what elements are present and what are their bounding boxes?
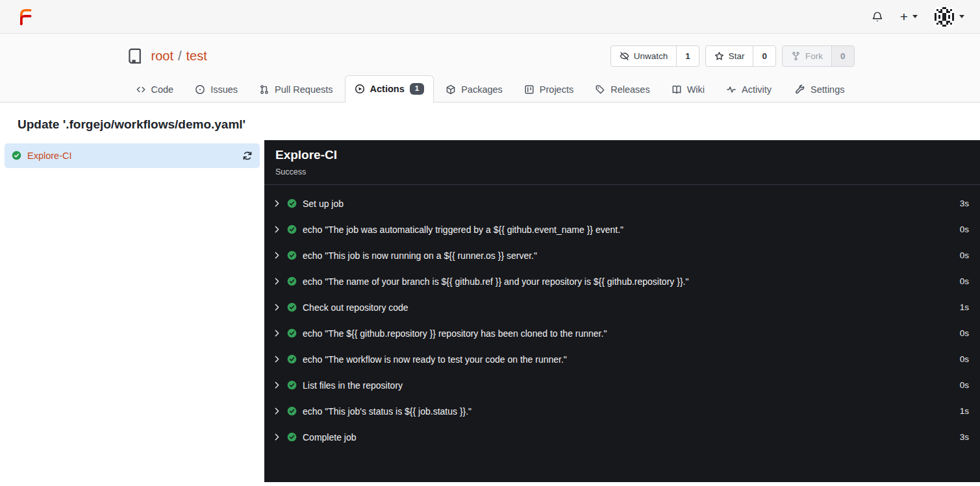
job-log-panel: Explore-CI Success: [264, 140, 980, 482]
step-name: echo "The ${{ github.repository }} repos…: [303, 328, 607, 339]
step-check-circle-icon: [287, 406, 297, 416]
tag-icon: [595, 84, 605, 95]
step-check-circle-icon: [287, 250, 297, 260]
job-steps-list: Set up job 3s echo "The job was au: [264, 185, 980, 456]
tab-label: Projects: [540, 84, 573, 95]
repo-tab-activity[interactable]: Activity: [716, 77, 781, 102]
navbar-link-issues[interactable]: [55, 12, 73, 22]
tab-label: Settings: [810, 84, 844, 95]
job-step-row[interactable]: echo "The ${{ github.repository }} repos…: [273, 321, 969, 346]
navbar-link-milestones[interactable]: [109, 12, 127, 22]
package-icon: [446, 84, 456, 95]
tab-label: Actions: [370, 84, 405, 94]
step-name: Check out repository code: [303, 302, 408, 313]
button-label: Fork: [805, 51, 823, 61]
job-log-header: Explore-CI Success: [264, 140, 980, 185]
button-count[interactable]: 0: [831, 46, 854, 66]
star-icon: [714, 51, 724, 61]
chevron-right-icon: [273, 433, 281, 441]
repo-action-button-star[interactable]: Star 0: [705, 45, 776, 67]
repo-action-button-fork[interactable]: Fork 0: [782, 45, 855, 67]
repo-tab-settings[interactable]: Settings: [785, 77, 854, 102]
code-icon: [136, 84, 146, 95]
job-name: Explore-CI: [27, 151, 72, 161]
repo-header: root / test Unwatch 1: [0, 34, 980, 103]
navbar-link-pull-requests[interactable]: [82, 12, 100, 22]
repo-tab-pull-requests[interactable]: Pull Requests: [249, 77, 342, 102]
job-step-row[interactable]: List files in the repository 0s: [273, 372, 969, 398]
job-step-row[interactable]: echo "The name of your branch is ${{ git…: [273, 269, 969, 295]
repo-tab-actions[interactable]: Actions 1: [345, 75, 434, 103]
job-step-row[interactable]: Complete job 3s: [273, 424, 969, 450]
workflow-run-title: Update '.forgejo/workflows/demo.yaml': [0, 103, 980, 140]
step-name: Complete job: [303, 432, 357, 443]
button-label: Unwatch: [634, 51, 668, 61]
tab-label: Pull Requests: [275, 84, 333, 95]
step-check-circle-icon: [287, 302, 297, 312]
breadcrumb-separator: /: [178, 49, 182, 64]
repo-owner-link[interactable]: root: [151, 49, 173, 64]
job-step-row[interactable]: echo "The workflow is now ready to test …: [273, 346, 969, 372]
chevron-right-icon: [273, 329, 281, 337]
step-check-circle-icon: [287, 276, 297, 286]
button-count[interactable]: 0: [753, 46, 775, 66]
actions-run-view: Explore-CI Explore-CI Success: [0, 140, 980, 482]
job-step-row[interactable]: echo "This job is now running on a ${{ r…: [273, 243, 969, 269]
repo-action-button-unwatch[interactable]: Unwatch 1: [610, 45, 699, 67]
step-name: Set up job: [303, 199, 344, 209]
step-name: echo "The job was automatically triggere…: [303, 225, 623, 235]
step-duration: 1s: [960, 406, 969, 416]
job-step-row[interactable]: Check out repository code 1s: [273, 295, 969, 321]
step-duration: 0s: [960, 250, 969, 260]
chevron-right-icon: [273, 199, 281, 208]
repo-action-buttons: Unwatch 1 Star 0 For: [610, 45, 855, 67]
tab-label: Wiki: [687, 84, 705, 95]
repo-name-link[interactable]: test: [186, 49, 207, 64]
step-duration: 3s: [960, 432, 969, 442]
forgejo-logo-icon[interactable]: [16, 7, 35, 27]
issue-icon: [195, 84, 205, 95]
create-new-menu[interactable]: +: [900, 10, 918, 23]
job-list-item[interactable]: Explore-CI: [5, 143, 260, 168]
tab-label: Activity: [742, 84, 772, 95]
step-duration: 0s: [960, 225, 969, 234]
step-name: List files in the repository: [303, 380, 403, 391]
step-check-circle-icon: [287, 199, 297, 208]
job-status-text: Success: [275, 167, 969, 176]
chevron-right-icon: [273, 407, 281, 415]
chevron-right-icon: [273, 381, 281, 389]
job-step-row[interactable]: echo "This job's status is ${{ job.statu…: [273, 398, 969, 424]
step-duration: 0s: [960, 380, 969, 390]
check-circle-icon: [12, 151, 21, 160]
step-name: echo "The workflow is now ready to test …: [303, 354, 567, 365]
chevron-down-icon: [912, 15, 918, 18]
step-check-circle-icon: [287, 354, 297, 364]
notifications-bell-icon[interactable]: [872, 11, 883, 23]
eye-slash-icon: [620, 51, 629, 61]
jobs-sidebar: Explore-CI: [0, 140, 264, 482]
step-check-circle-icon: [287, 432, 297, 442]
step-check-circle-icon: [287, 380, 297, 390]
repo-tab-projects[interactable]: Projects: [514, 77, 583, 102]
chevron-right-icon: [273, 355, 281, 363]
pulse-icon: [726, 84, 736, 95]
repo-tab-releases[interactable]: Releases: [585, 77, 659, 102]
step-name: echo "The name of your branch is ${{ git…: [303, 276, 688, 287]
user-menu[interactable]: [935, 7, 964, 27]
navbar-link-explore[interactable]: [136, 12, 155, 22]
repo-tab-wiki[interactable]: Wiki: [662, 77, 714, 102]
repo-tab-packages[interactable]: Packages: [436, 77, 512, 102]
button-count[interactable]: 1: [676, 46, 699, 66]
chevron-right-icon: [273, 303, 281, 311]
refresh-icon[interactable]: [242, 151, 253, 161]
job-step-row[interactable]: echo "The job was automatically triggere…: [273, 217, 969, 243]
repo-tab-code[interactable]: Code: [126, 77, 184, 102]
repo-tab-issues[interactable]: Issues: [185, 77, 247, 102]
step-duration: 0s: [960, 276, 969, 286]
repo-tabs: Code Issues Pull Requests Actions 1: [126, 75, 855, 102]
chevron-right-icon: [273, 225, 281, 234]
job-step-row[interactable]: Set up job 3s: [273, 191, 969, 217]
step-duration: 0s: [960, 328, 969, 338]
step-check-circle-icon: [287, 328, 297, 338]
button-label: Star: [729, 51, 745, 61]
